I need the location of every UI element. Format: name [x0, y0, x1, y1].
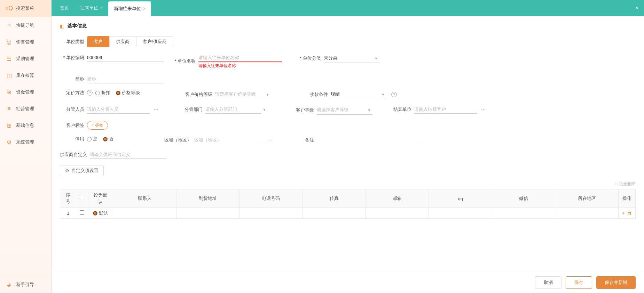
settlement-label: 结算单位	[387, 106, 411, 113]
cell-seq: 1	[60, 208, 76, 219]
quick-nav-icon: ⌂	[6, 22, 13, 29]
unit-name-input[interactable]	[198, 54, 282, 62]
unit-btn-supplier[interactable]: 供应商	[109, 36, 136, 47]
unit-btn-customer[interactable]: 客户	[87, 36, 109, 47]
basic-info-icon: ⊞	[6, 122, 13, 129]
select-all-checkbox[interactable]	[80, 196, 84, 200]
cell-wechat	[492, 208, 555, 219]
cancel-button[interactable]: 取消	[535, 276, 561, 289]
th-phone: 电话号码	[239, 189, 303, 208]
tab-new-unit-close[interactable]: ×	[143, 6, 146, 11]
sidebar-item-sales[interactable]: ◎ 销售管理	[0, 34, 51, 50]
remark-input[interactable]	[317, 136, 421, 144]
main-close-icon[interactable]: ×	[635, 5, 638, 11]
payment-terms-select[interactable]: 现结 ▼	[331, 90, 386, 99]
manager-group: 分管人员 ···	[60, 105, 178, 114]
contacts-table: 序号 设为默认 联系人 到货地址 电话号码 传真 邮箱 qq 微信 所在地区 操…	[60, 189, 636, 219]
address-input[interactable]	[180, 211, 236, 216]
sidebar-item-search[interactable]: ≡Q 搜索菜单	[0, 0, 51, 17]
unit-category-label: 单位分类	[297, 55, 321, 62]
sidebar-item-label: 资金管理	[16, 89, 34, 95]
save-button[interactable]: 保存	[566, 276, 592, 289]
manager-row: 分管人员 ··· 分管部门 ▼ 客户等级 请选择客户等级 ▼ 结算单位	[60, 105, 636, 115]
delete-row-icon[interactable]: 🗑	[627, 210, 632, 216]
tag-group: 客户标签 + 标签	[60, 121, 636, 130]
th-seq: 序号	[60, 189, 76, 208]
default-radio-label[interactable]: 默认	[92, 210, 109, 216]
save-new-button[interactable]: 保存并新增	[596, 276, 636, 289]
row-region-input[interactable]	[559, 211, 614, 216]
sidebar-item-finance[interactable]: ⊕ 资金管理	[0, 84, 51, 100]
unit-category-group: 单位分类 未分类 ▼	[297, 54, 379, 63]
unit-btn-both[interactable]: 客户/供应商	[136, 36, 173, 47]
cell-default: 默认	[88, 208, 113, 219]
custom-settings-label: 自定义项设置	[71, 168, 99, 174]
email-input[interactable]	[369, 211, 425, 216]
th-address: 到货地址	[176, 189, 239, 208]
fax-input[interactable]	[306, 211, 362, 216]
pricing-help-icon[interactable]: ?	[87, 90, 93, 96]
unit-type-group: 单位类型 客户 供应商 客户/供应商	[60, 36, 636, 47]
sidebar-item-purchase[interactable]: ☰ 采购管理	[0, 50, 51, 67]
default-radio[interactable]	[93, 211, 97, 215]
tab-home[interactable]: 首页	[54, 0, 74, 16]
phone-input[interactable]	[243, 211, 299, 216]
manager-label: 分管人员	[60, 106, 84, 113]
payment-terms-label: 收款条件	[304, 91, 328, 98]
department-select[interactable]: ▼	[205, 105, 265, 114]
customer-level-select[interactable]: 请选择客户等级 ▼	[317, 105, 372, 115]
manager-input[interactable]	[87, 105, 150, 114]
department-group: 分管部门 ▼	[178, 105, 290, 114]
unit-category-select[interactable]: 未分类 ▼	[324, 54, 379, 63]
supplier-custom-row: 供应商自定义	[60, 150, 636, 159]
tab-new-unit[interactable]: 新增往来单位 ×	[108, 1, 151, 16]
add-row-icon[interactable]: +	[622, 210, 625, 216]
settlement-more-icon[interactable]: ···	[480, 106, 487, 113]
unit-code-input[interactable]	[87, 54, 164, 62]
remark-group: 备注	[290, 136, 421, 144]
system-icon: ⚙	[6, 139, 13, 146]
sidebar: ≡Q 搜索菜单 ⌂ 快捷导航 ◎ 销售管理 ☰ 采购管理 ◫ 库存核算 ⊕ 资金…	[0, 0, 52, 293]
settlement-input[interactable]	[414, 105, 477, 114]
th-default: 设为默认	[88, 189, 113, 208]
pricing-row: 定价方法 ? 折扣 价格等级 客户价格等级 请选择客户价格等级 ▼	[60, 90, 636, 99]
contact-input[interactable]	[117, 211, 172, 216]
wechat-input[interactable]	[496, 211, 551, 216]
short-name-input[interactable]	[87, 75, 164, 83]
sidebar-item-basic-info[interactable]: ⊞ 基础信息	[0, 117, 51, 134]
region-input[interactable]	[194, 136, 264, 144]
th-contact: 联系人	[113, 189, 176, 208]
sidebar-item-operation[interactable]: ≡ 经营管理	[0, 100, 51, 117]
pricing-radio-level[interactable]: 价格等级	[116, 90, 140, 96]
region-label: 区域（地区）	[164, 137, 191, 143]
sidebar-item-guide[interactable]: ◈ 新手引导	[0, 276, 51, 293]
department-input[interactable]	[205, 105, 261, 114]
qq-input[interactable]	[432, 211, 488, 216]
cell-email	[366, 208, 429, 219]
payment-terms-help-icon[interactable]: ?	[391, 92, 397, 97]
manager-more-icon[interactable]: ···	[152, 106, 160, 113]
disable-radio-yes[interactable]: 是	[87, 136, 97, 142]
sidebar-item-system[interactable]: ⚙ 系统管理	[0, 134, 51, 150]
sidebar-item-quick-nav[interactable]: ⌂ 快捷导航	[0, 17, 51, 34]
tab-units[interactable]: 往来单位 ×	[74, 0, 108, 16]
sidebar-item-label: 销售管理	[16, 39, 34, 45]
region-more-icon[interactable]: ···	[267, 137, 274, 143]
supplier-custom-input[interactable]	[90, 150, 166, 159]
sidebar-item-inventory[interactable]: ◫ 库存核算	[0, 67, 51, 84]
price-level-select[interactable]: 请选择客户价格等级 ▼	[215, 90, 271, 99]
custom-settings-button[interactable]: ⚙ 自定义项设置	[60, 165, 104, 176]
batch-delete-button[interactable]: □ 批量删除	[615, 181, 636, 186]
pricing-radio-discount[interactable]: 折扣	[95, 90, 110, 96]
row-checkbox[interactable]	[80, 210, 84, 215]
remark-label: 备注	[290, 137, 314, 143]
cell-checkbox	[76, 208, 88, 219]
disable-radio-no[interactable]: 否	[103, 136, 113, 142]
add-tag-button[interactable]: + 标签	[87, 121, 108, 130]
customer-level-label: 客户等级	[290, 107, 314, 113]
table-header-row: 序号 设为默认 联系人 到货地址 电话号码 传真 邮箱 qq 微信 所在地区 操…	[60, 189, 636, 208]
tab-units-close[interactable]: ×	[100, 6, 103, 10]
disable-label: 停用	[60, 136, 84, 142]
section-title: 基本信息	[67, 23, 87, 29]
th-email: 邮箱	[366, 189, 429, 208]
